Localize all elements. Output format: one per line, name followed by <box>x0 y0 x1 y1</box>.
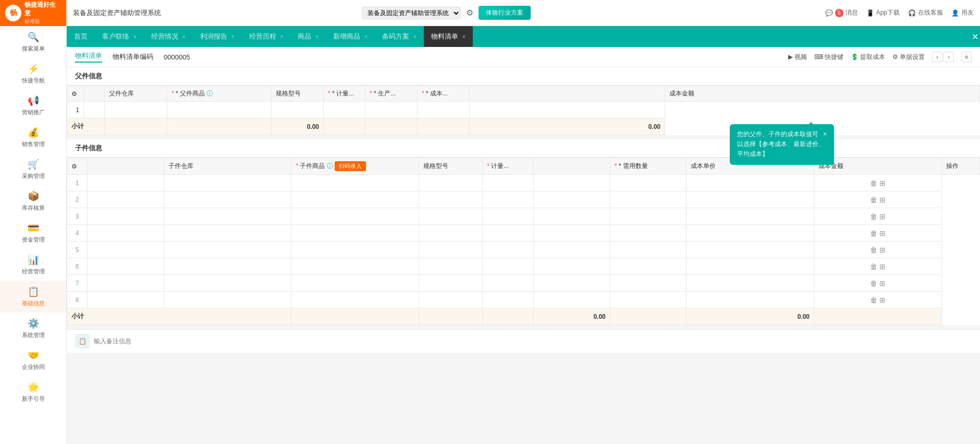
tab-bom[interactable]: 物料清单 × <box>424 26 473 47</box>
th-child-settings[interactable]: ⚙ <box>67 158 88 175</box>
user-item[interactable]: 👤 用友 <box>951 8 974 17</box>
child-row-6-unit-cost[interactable] <box>610 258 687 275</box>
nav-prev[interactable]: ‹ <box>932 52 942 62</box>
child-row-7-qty[interactable] <box>534 275 610 292</box>
notes-input[interactable] <box>94 338 250 345</box>
child-row-3-qty[interactable] <box>534 208 610 225</box>
trial-button[interactable]: 体验行业方案 <box>479 6 531 20</box>
child-row-2-qty[interactable] <box>534 191 610 208</box>
child-row-5-spec[interactable] <box>291 242 419 258</box>
child-row-4-unit-cost[interactable] <box>610 225 687 242</box>
child-row-4-spec[interactable] <box>291 225 419 242</box>
child-row-6-product[interactable] <box>164 258 291 275</box>
child-row-6-spec[interactable] <box>291 258 419 275</box>
tab-customer[interactable]: 客户联络 × <box>95 26 144 47</box>
sidebar-item-marketing[interactable]: 📢 营销推广 <box>0 90 66 122</box>
tab-newgoods-close[interactable]: × <box>364 34 368 40</box>
copy-icon[interactable]: ⊞ <box>879 262 886 271</box>
parent-row-1-col2[interactable] <box>105 102 167 118</box>
system-select[interactable]: 装备及固定资产辅助管理系统 <box>362 7 461 19</box>
child-row-5-warehouse[interactable] <box>88 242 164 258</box>
sidebar-item-guide[interactable]: 🌟 新手引导 <box>0 376 66 408</box>
sidebar-item-finance[interactable]: 💳 资金管理 <box>0 217 66 249</box>
child-row-7-spec[interactable] <box>291 275 419 292</box>
sidebar-item-system[interactable]: ⚙️ 系统管理 <box>0 313 66 344</box>
child-row-6-unit[interactable] <box>419 258 482 275</box>
child-row-7-warehouse[interactable] <box>88 275 164 292</box>
tab-history-close[interactable]: × <box>280 34 284 40</box>
child-row-5-unit-cost[interactable] <box>610 242 687 258</box>
child-row-4-unit[interactable] <box>419 225 482 242</box>
child-row-7-product[interactable] <box>164 275 291 292</box>
tab-customer-close[interactable]: × <box>133 34 137 40</box>
sidebar-item-collab[interactable]: 🤝 企业协同 <box>0 344 66 376</box>
settings-icon[interactable]: ⚙ <box>466 8 473 18</box>
copy-icon[interactable]: ⊞ <box>879 279 886 287</box>
sidebar-item-sales[interactable]: 💰 销售管理 <box>0 122 66 153</box>
child-row-2-unit[interactable] <box>419 191 482 208</box>
child-row-3-spec[interactable] <box>291 208 419 225</box>
th-parent-settings[interactable]: ⚙ <box>67 86 84 102</box>
child-row-6-qty[interactable] <box>534 258 610 275</box>
parent-row-1-col6[interactable] <box>365 102 418 118</box>
tab-barcode[interactable]: 条码方案 × <box>375 26 424 47</box>
tab-goods[interactable]: 商品 × <box>290 26 326 47</box>
shortcut-btn[interactable]: ⌨ 快捷键 <box>814 53 843 62</box>
sidebar-item-operation[interactable]: 📊 经营管理 <box>0 249 66 281</box>
sidebar-item-search[interactable]: 🔍 搜索菜单 <box>0 26 66 58</box>
child-row-1-unit[interactable] <box>419 175 482 191</box>
child-row-3-unit[interactable] <box>419 208 482 225</box>
child-row-1-spec[interactable] <box>291 175 419 191</box>
tab-profit-close[interactable]: × <box>231 34 235 40</box>
child-row-4-product[interactable] <box>164 225 291 242</box>
extract-cost-btn[interactable]: 💲 提取成本 <box>851 53 885 62</box>
parent-row-1-col7[interactable] <box>418 102 470 118</box>
child-row-1-product[interactable] <box>164 175 291 191</box>
sub-tab-bom[interactable]: 物料清单 <box>75 51 102 63</box>
tab-newgoods[interactable]: 新增商品 × <box>326 26 375 47</box>
tab-bom-close[interactable]: × <box>462 34 466 40</box>
parent-row-1-col3[interactable] <box>167 102 272 118</box>
child-row-8-spec[interactable] <box>291 292 419 308</box>
tab-close-all[interactable]: ✕ <box>970 26 980 47</box>
tab-business-close[interactable]: × <box>182 34 186 40</box>
child-row-8-product[interactable] <box>164 292 291 308</box>
sidebar-item-inventory[interactable]: 📦 库存核算 <box>0 185 66 217</box>
child-row-3-unit-cost[interactable] <box>610 208 687 225</box>
child-row-4-qty[interactable] <box>534 225 610 242</box>
child-row-5-unit[interactable] <box>419 242 482 258</box>
delete-icon[interactable]: 🗑 <box>870 246 877 254</box>
copy-icon[interactable]: ⊞ <box>879 296 886 304</box>
child-row-7-unit-cost[interactable] <box>610 275 687 292</box>
parent-row-1-col1[interactable] <box>84 102 105 118</box>
delete-icon[interactable]: 🗑 <box>870 179 877 187</box>
child-row-5-qty[interactable] <box>534 242 610 258</box>
child-row-8-unit[interactable] <box>419 292 482 308</box>
parent-row-1-col5[interactable] <box>324 102 365 118</box>
tab-barcode-close[interactable]: × <box>413 34 416 40</box>
tab-history[interactable]: 经营历程 × <box>242 26 291 47</box>
child-row-3-product[interactable] <box>164 208 291 225</box>
single-settings-btn[interactable]: ⚙ 单据设置 <box>892 53 925 62</box>
child-row-3-warehouse[interactable] <box>88 208 164 225</box>
child-row-1-qty[interactable] <box>534 175 610 191</box>
child-row-2-product[interactable] <box>164 191 291 208</box>
delete-icon[interactable]: 🗑 <box>870 212 877 221</box>
tab-profit[interactable]: 利润报告 × <box>193 26 242 47</box>
copy-icon[interactable]: ⊞ <box>879 246 886 254</box>
sub-tab-bom-code[interactable]: 物料清单编码 <box>113 52 153 62</box>
child-row-2-warehouse[interactable] <box>88 191 164 208</box>
sidebar-item-quicknav[interactable]: ⚡ 快捷导航 <box>0 58 66 90</box>
copy-icon[interactable]: ⊞ <box>879 229 886 237</box>
child-row-6-warehouse[interactable] <box>88 258 164 275</box>
delete-icon[interactable]: 🗑 <box>870 262 877 271</box>
copy-icon[interactable]: ⊞ <box>879 212 886 221</box>
tooltip-close[interactable]: × <box>823 129 827 139</box>
delete-icon[interactable]: 🗑 <box>870 296 877 304</box>
child-row-8-unit-cost[interactable] <box>610 292 687 308</box>
delete-icon[interactable]: 🗑 <box>870 279 877 287</box>
expand-btn[interactable]: ≡ <box>961 52 972 62</box>
app-download-item[interactable]: 📱 App下载 <box>866 8 900 17</box>
copy-icon[interactable]: ⊞ <box>879 196 886 204</box>
tab-business[interactable]: 经营情况 × <box>144 26 193 47</box>
